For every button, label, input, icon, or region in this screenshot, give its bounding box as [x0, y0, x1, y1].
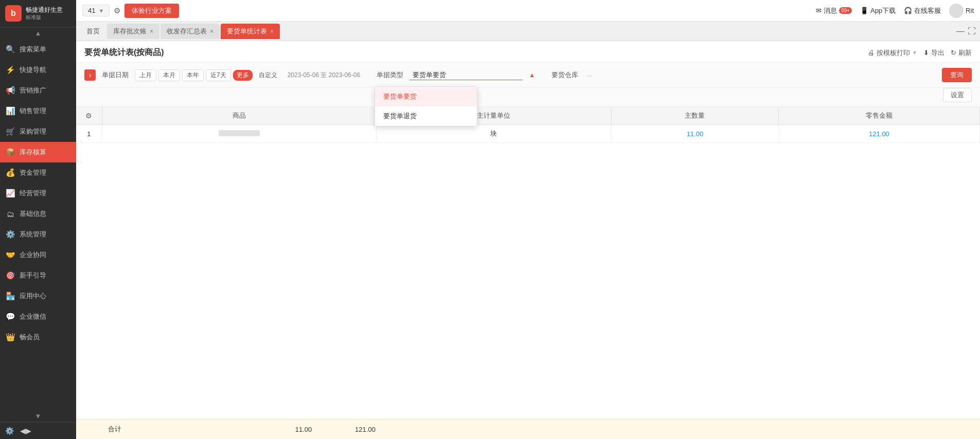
tab-summary[interactable]: 收发存汇总表 ×	[161, 24, 220, 39]
sidebar-item-enterprise[interactable]: 🤝 企业协同	[0, 245, 76, 265]
custom-date-btn[interactable]: 自定义	[255, 70, 281, 81]
col-goods: 商品	[102, 107, 376, 125]
type-filter-input[interactable]	[409, 70, 523, 80]
topbar-right: ✉ 消息 99+ 📱 App下载 🎧 在线客服 Rit	[816, 4, 974, 18]
sidebar-item-sales[interactable]: 📊 销售管理	[0, 101, 76, 121]
table-header-row: ⚙ 商品 主计量单位 主数量 零售金额	[76, 107, 980, 125]
settings-icon[interactable]: ⚙️	[5, 427, 14, 435]
data-table: ⚙ 商品 主计量单位 主数量 零售金额 1 块	[76, 107, 980, 143]
tab-order[interactable]: 要货单统计表 ×	[221, 24, 280, 39]
footer-qty: 11.00	[273, 426, 334, 433]
date-range-display: 2023-05-06 至 2023-06-06	[288, 71, 360, 80]
sidebar-item-purchase[interactable]: 🛒 采购管理	[0, 121, 76, 142]
topbar-left: 41 ▼ ⚙ 体验行业方案	[82, 4, 811, 18]
purchase-icon: 🛒	[5, 126, 15, 137]
cell-unit: 块	[376, 125, 611, 143]
filter-expand-button[interactable]: ›	[84, 69, 96, 81]
wechat-icon: 💬	[5, 312, 15, 322]
message-icon: ✉	[816, 7, 822, 14]
sidebar-bottom: ⚙️ ◀▶	[0, 422, 76, 439]
user-name: Rit	[966, 7, 974, 14]
logo-icon: b	[5, 5, 22, 22]
user-area[interactable]: Rit	[949, 4, 974, 18]
logo-text: 畅捷通好生意 标准版	[26, 6, 63, 22]
tab-batch[interactable]: 库存批次账 ×	[107, 24, 159, 39]
print-button[interactable]: 🖨 按模板打印 ▼	[868, 48, 917, 58]
sidebar-item-inventory[interactable]: 📦 库存核算	[0, 142, 76, 162]
settings-button[interactable]: 设置	[943, 88, 972, 102]
last-7-days-btn[interactable]: 近7天	[206, 69, 231, 81]
marketing-icon: 📢	[5, 85, 15, 96]
type-dropdown-icon[interactable]: ▲	[529, 71, 535, 79]
topbar-gear-icon[interactable]: ⚙	[114, 6, 120, 15]
this-month-btn[interactable]: 本月	[158, 69, 180, 81]
online-service-item[interactable]: 🎧 在线客服	[904, 6, 941, 15]
finance-icon: 💰	[5, 168, 15, 178]
filter-bar: › 单据日期 上月 本月 本年 近7天 更多 自定义 2023-05-06 至 …	[76, 63, 980, 88]
sidebar-scroll-down[interactable]: ▼	[0, 410, 76, 422]
guide-icon: 🎯	[5, 270, 15, 281]
dropdown-item-return[interactable]: 要货单退货	[375, 106, 477, 126]
headset-icon: 🎧	[904, 7, 912, 14]
footer-label-text: 合计	[108, 425, 211, 434]
collapse-icon[interactable]: ◀▶	[20, 427, 31, 435]
quicknav-icon: ⚡	[5, 65, 15, 75]
export-button[interactable]: ⬇ 导出	[923, 48, 945, 58]
print-dropdown-icon[interactable]: ▼	[912, 50, 917, 56]
mobile-icon: 📱	[860, 7, 868, 14]
enterprise-icon: 🤝	[5, 250, 15, 260]
cell-amount: 121.00	[778, 125, 979, 143]
sidebar-item-quicknav[interactable]: ⚡ 快捷导航	[0, 60, 76, 80]
table-footer: 合计 11.00 121.00	[76, 419, 980, 439]
system-icon: ⚙️	[5, 229, 15, 240]
date-filter-label: 单据日期	[102, 70, 129, 80]
page-title: 要货单统计表(按商品)	[84, 47, 164, 58]
warehouse-dots-icon[interactable]: ···	[586, 71, 592, 79]
tabs-bar: 首页 库存批次账 × 收发存汇总表 × 要货单统计表 × — ⛶	[76, 22, 980, 41]
avatar	[949, 4, 964, 18]
dropdown-item-order[interactable]: 要货单要货	[375, 87, 477, 106]
sidebar-item-base[interactable]: 🗂 基础信息	[0, 204, 76, 224]
warehouse-filter-label: 要货仓库	[551, 70, 578, 80]
trial-button[interactable]: 体验行业方案	[124, 4, 179, 18]
tab-minimize-icon[interactable]: —	[956, 27, 965, 36]
more-dates-btn[interactable]: 更多	[233, 70, 253, 81]
logo-area: b 畅捷通好生意 标准版	[0, 0, 76, 27]
sidebar-item-wechat[interactable]: 💬 企业微信	[0, 306, 76, 327]
page-header: 要货单统计表(按商品) 🖨 按模板打印 ▼ ⬇ 导出 ↻ 刷新	[76, 41, 980, 63]
sidebar-scroll-up[interactable]: ▲	[0, 27, 76, 39]
sidebar-item-system[interactable]: ⚙️ 系统管理	[0, 224, 76, 245]
last-month-btn[interactable]: 上月	[135, 69, 156, 81]
sidebar-item-appstore[interactable]: 🏪 应用中心	[0, 286, 76, 306]
filter-second-row: 设置	[76, 88, 980, 107]
sidebar-item-member[interactable]: 👑 畅会员	[0, 327, 76, 347]
operations-icon: 📈	[5, 188, 15, 198]
refresh-icon: ↻	[951, 49, 956, 57]
base-icon: 🗂	[5, 209, 15, 219]
tab-order-close[interactable]: ×	[270, 28, 274, 35]
message-item[interactable]: ✉ 消息 99+	[816, 6, 852, 15]
sidebar-item-finance[interactable]: 💰 资金管理	[0, 162, 76, 183]
table-gear-icon[interactable]: ⚙	[85, 112, 92, 120]
tab-batch-close[interactable]: ×	[150, 28, 153, 35]
member-icon: 👑	[5, 332, 15, 342]
sidebar-item-marketing[interactable]: 📢 营销推广	[0, 80, 76, 101]
appstore-icon: 🏪	[5, 291, 15, 301]
cell-index: 1	[76, 125, 102, 143]
sidebar-item-search[interactable]: 🔍 搜索菜单	[0, 39, 76, 60]
type-dropdown-menu: 要货单要货 要货单退货	[375, 86, 477, 126]
refresh-button[interactable]: ↻ 刷新	[951, 48, 972, 58]
tab-home[interactable]: 首页	[80, 24, 106, 39]
chevron-down-icon[interactable]: ▼	[98, 8, 104, 14]
app-download-item[interactable]: 📱 App下载	[860, 6, 896, 15]
tab-maximize-icon[interactable]: ⛶	[968, 27, 976, 36]
this-year-btn[interactable]: 本年	[182, 69, 204, 81]
col-qty: 主数量	[611, 107, 778, 125]
print-icon: 🖨	[868, 49, 875, 57]
query-button[interactable]: 查询	[942, 68, 972, 82]
cell-goods	[102, 125, 376, 143]
footer-amount: 121.00	[334, 426, 396, 433]
sidebar-item-guide[interactable]: 🎯 新手引导	[0, 265, 76, 286]
sidebar-item-operations[interactable]: 📈 经营管理	[0, 183, 76, 204]
tab-summary-close[interactable]: ×	[210, 28, 213, 35]
